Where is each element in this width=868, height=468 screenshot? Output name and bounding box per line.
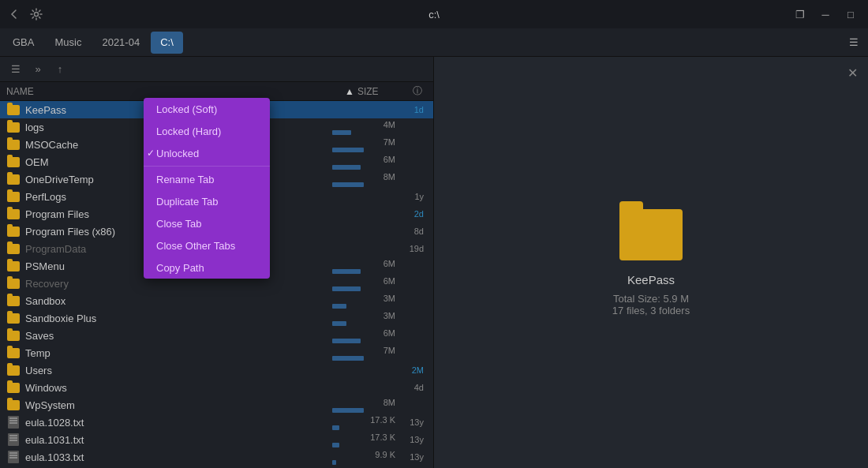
- ctx-item-close-tab[interactable]: Close Tab: [144, 212, 270, 234]
- file-name: Users: [25, 365, 332, 376]
- file-date: 13y: [395, 417, 427, 427]
- file-size: 6M: [332, 154, 395, 170]
- ctx-item-copy-path[interactable]: Copy Path: [144, 256, 270, 279]
- settings-icon[interactable]: [28, 6, 44, 22]
- forward-button[interactable]: »: [28, 60, 47, 79]
- file-row[interactable]: Sandboxie Plus3M: [0, 309, 433, 327]
- folder-icon: [7, 313, 20, 324]
- folder-icon: [7, 400, 20, 410]
- file-size: 8M: [332, 171, 395, 187]
- folder-icon: [7, 157, 20, 167]
- file-row[interactable]: Sandbox3M: [0, 292, 433, 309]
- ctx-item-rename-tab[interactable]: Rename Tab: [144, 168, 270, 190]
- folder-icon: [7, 348, 20, 358]
- file-date: 1y: [395, 192, 427, 201]
- preview-file-count: 17 files, 3 folders: [612, 305, 690, 316]
- file-date: 1d: [395, 105, 427, 114]
- tabbar: GBA Music 2021-04 C:\ ☰: [0, 28, 868, 57]
- file-size: 8M: [332, 397, 395, 413]
- folder-icon: [7, 279, 20, 289]
- tab-2021-04[interactable]: 2021-04: [92, 32, 149, 54]
- file-date: 19d: [395, 244, 427, 253]
- preview-folder-icon: [619, 209, 683, 260]
- ctx-divider: [144, 166, 270, 167]
- context-menu: Locked (Soft)Locked (Hard)UnlockedRename…: [144, 98, 270, 279]
- file-name: Sandboxie Plus: [25, 313, 332, 324]
- folder-icon: [7, 365, 20, 376]
- file-name: eula.1031.txt: [25, 434, 332, 446]
- file-name: Recovery: [25, 278, 332, 290]
- toolbar: ☰ » ↑: [0, 57, 433, 82]
- folder-icon: [7, 296, 20, 306]
- info-column-header: ⓘ: [408, 84, 427, 98]
- folder-icon: [7, 122, 20, 133]
- folder-icon: [7, 105, 20, 115]
- ctx-item-unlocked[interactable]: Unlocked: [144, 142, 270, 164]
- path-label: c:\: [428, 9, 440, 21]
- ctx-item-locked-soft[interactable]: Locked (Soft): [144, 98, 270, 120]
- file-date: 13y: [395, 452, 427, 462]
- file-name: Sandbox: [25, 295, 332, 307]
- list-view-button[interactable]: ☰: [6, 60, 25, 79]
- titlebar: c:\ ❐ ─ □: [0, 0, 868, 28]
- file-size: 17.3 K: [332, 414, 395, 430]
- file-name: Saves: [25, 330, 332, 342]
- file-name: Windows: [25, 382, 332, 394]
- tab-menu-button[interactable]: ☰: [843, 32, 865, 54]
- svg-point-0: [35, 13, 39, 17]
- folder-icon: [7, 227, 20, 237]
- folder-icon: [7, 209, 20, 219]
- file-row[interactable]: Saves6M: [0, 327, 433, 344]
- file-icon: [8, 433, 19, 446]
- file-size: 7M: [332, 137, 395, 152]
- ctx-item-close-other-tabs[interactable]: Close Other Tabs: [144, 234, 270, 256]
- file-icon: [8, 451, 19, 463]
- file-date: 2M: [395, 365, 427, 375]
- file-date: 8d: [395, 227, 427, 236]
- restore-button[interactable]: ❐: [789, 5, 811, 24]
- file-row[interactable]: Windows4d: [0, 379, 433, 396]
- preview-folder-name: KeePass: [627, 273, 675, 286]
- back-button[interactable]: [6, 6, 22, 22]
- preview-close-button[interactable]: ✕: [843, 63, 862, 82]
- folder-icon: [7, 331, 20, 341]
- tab-c[interactable]: C:\: [151, 32, 183, 54]
- left-panel: ☰ » ↑ NAME ▲ SIZE ⓘ KeePass1dlogs4M MSOC…: [0, 57, 434, 468]
- file-row[interactable]: eula.1028.txt17.3 K 13y: [0, 414, 433, 431]
- file-row[interactable]: Users2M: [0, 361, 433, 379]
- file-size: 3M: [332, 293, 395, 309]
- folder-icon: [7, 140, 20, 150]
- file-name: eula.1033.txt: [25, 451, 332, 463]
- ctx-item-duplicate-tab[interactable]: Duplicate Tab: [144, 190, 270, 212]
- main-area: ☰ » ↑ NAME ▲ SIZE ⓘ KeePass1dlogs4M MSOC…: [0, 57, 868, 468]
- tab-gba[interactable]: GBA: [3, 32, 43, 54]
- file-size: 6M: [332, 275, 395, 291]
- file-row[interactable]: Temp7M: [0, 344, 433, 361]
- folder-icon: [7, 383, 20, 393]
- size-column-header: ▲ SIZE: [345, 86, 408, 97]
- file-row[interactable]: eula.1033.txt9.9 K 13y: [0, 448, 433, 466]
- file-size: 7M: [332, 345, 395, 361]
- file-size: 6M: [332, 328, 395, 343]
- file-size: 17.3 K: [332, 432, 395, 447]
- folder-icon: [7, 244, 20, 254]
- file-row[interactable]: eula.1031.txt17.3 K 13y: [0, 431, 433, 448]
- file-size: 4M: [332, 119, 395, 135]
- file-size: 6M: [332, 258, 395, 274]
- file-row[interactable]: WpSystem8M: [0, 396, 433, 414]
- file-date: 2d: [395, 209, 427, 219]
- tab-music[interactable]: Music: [45, 32, 91, 54]
- up-button[interactable]: ↑: [51, 60, 69, 79]
- folder-icon: [7, 192, 20, 202]
- file-name: eula.1028.txt: [25, 417, 332, 429]
- minimize-button[interactable]: ─: [814, 5, 836, 24]
- preview-total-size: Total Size: 5.9 M: [613, 293, 689, 305]
- right-panel: ✕ KeePass Total Size: 5.9 M 17 files, 3 …: [434, 57, 868, 468]
- folder-icon: [7, 261, 20, 271]
- file-icon: [8, 416, 19, 429]
- maximize-button[interactable]: □: [840, 5, 862, 24]
- file-size: 9.9 K: [332, 449, 395, 465]
- file-name: Temp: [25, 347, 332, 359]
- ctx-item-locked-hard[interactable]: Locked (Hard): [144, 120, 270, 142]
- folder-icon: [7, 174, 20, 185]
